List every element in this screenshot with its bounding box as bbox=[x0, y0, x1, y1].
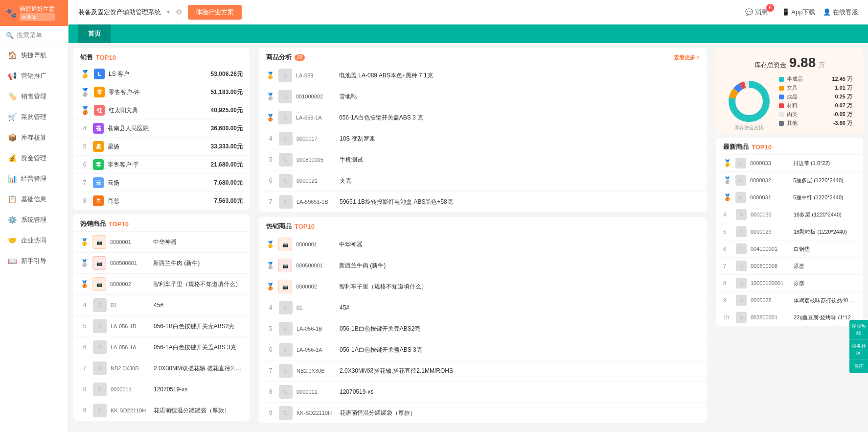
rank-number: 9 bbox=[80, 407, 89, 414]
sidebar-item-label: 企业协同 bbox=[21, 236, 46, 245]
hot-product-row: 🥈 📷 000500001 新西兰牛肉 (新牛) bbox=[259, 255, 707, 276]
tab-home[interactable]: 首页 bbox=[78, 24, 111, 43]
new-product-name: 18多层 (1220*2440) bbox=[794, 211, 856, 218]
legend-dot bbox=[779, 112, 784, 117]
recent-product-row: 7 G LA-59651-1B 59651-1B旋转投影灯电池盒 ABS黑色+5… bbox=[259, 191, 707, 212]
rank-number: 6 bbox=[723, 246, 732, 252]
medal-icon: 🥇 bbox=[266, 72, 274, 79]
new-product-name: 原垄 bbox=[794, 263, 856, 270]
new-products-title: 最新商品 TOP10 bbox=[716, 138, 863, 154]
product-code: 0000002 bbox=[296, 284, 335, 289]
right-panel: 库存总资金 9.88 万 bbox=[711, 43, 868, 432]
message-area[interactable]: 💬 消息 6 bbox=[745, 8, 774, 17]
product-placeholder: G bbox=[279, 301, 293, 314]
sidebar-item-finance[interactable]: 💰 资金管理 bbox=[0, 148, 68, 168]
hot-product-row: 7 G NB2.0X30B 2.0X30MM双搓花轴.搓花直径2.1MM/ROH… bbox=[259, 360, 707, 381]
sidebar-item-label: 资金管理 bbox=[21, 154, 46, 163]
chart-label: 库存资金占比 bbox=[734, 124, 764, 131]
sidebar-item-inventory[interactable]: 📦 库存核算 bbox=[0, 127, 68, 148]
app-download[interactable]: 📱 App下载 bbox=[782, 8, 815, 17]
sidebar-item-quick-nav[interactable]: 🏠 快捷导航 bbox=[0, 45, 68, 66]
recent-product-row: 🥇 G LA-089 电池盖 LA-089 ABS本色+黑种 7.1克 bbox=[259, 65, 707, 86]
recent-product-row: 🥈 G 001000002 雪地靴 bbox=[259, 86, 707, 107]
sidebar-item-label: 新手引导 bbox=[21, 257, 46, 265]
rank-avatar: 零 bbox=[93, 159, 104, 170]
customer-rank-row: 6 零 零售客户-于 21,680.00元 bbox=[73, 155, 250, 173]
trial-button[interactable]: 体验行业方案 bbox=[188, 5, 242, 20]
rank-name: 零售客户-于 bbox=[108, 161, 207, 169]
rank-name: 红太阳文具 bbox=[109, 106, 207, 115]
inventory-legend: 半成品 12.45 万 文具 1.01 万 成品 0.25 万 材料 0.07 … bbox=[779, 75, 852, 127]
sidebar-item-label: 经营管理 bbox=[21, 174, 46, 183]
float-buttons: 客服热线 服务社区 直连 bbox=[849, 320, 868, 373]
new-product-code: 0000031 bbox=[750, 194, 789, 200]
sidebar-item-label: 采购管理 bbox=[21, 113, 46, 121]
direct-btn[interactable]: 直连 bbox=[849, 360, 868, 373]
product-image: 📷 bbox=[278, 238, 292, 251]
product-code: LA-59651-1B bbox=[297, 199, 336, 205]
product-analysis-card: 商品分析 22 查看更多 > 🥇 G LA-089 电池盖 LA-089 ABS… bbox=[259, 48, 707, 212]
product-image: 📷 bbox=[278, 280, 292, 293]
sidebar-item-sales[interactable]: 🏷️ 销售管理 bbox=[0, 86, 68, 107]
rank-number: 6 bbox=[266, 346, 275, 353]
sidebar-item-marketing[interactable]: 📢 营销推广 bbox=[0, 66, 68, 86]
recent-product-row: 4 G 0000017 10S 变刮罗浆 bbox=[259, 128, 707, 149]
system-title: 装备及固定资产辅助管理系统 bbox=[78, 8, 161, 17]
sidebar: 🐾 畅捷通好生意 标准版 🔍 搜索菜单 🏠 快捷导航 📢 营销推广 🏷️ 销售管… bbox=[0, 0, 69, 432]
product-name: 056-1A白色按键开关盖ABS 3克 bbox=[154, 343, 243, 352]
search-menu[interactable]: 🔍 搜索菜单 bbox=[0, 26, 68, 45]
rank-avatar: 星 bbox=[93, 141, 104, 152]
settings-icon[interactable]: ⚙ bbox=[176, 8, 182, 17]
new-product-name: 封边带 (1.0*22) bbox=[793, 160, 856, 167]
sidebar-item-label: 快捷导航 bbox=[21, 51, 46, 60]
sidebar-item-operation[interactable]: 📊 经营管理 bbox=[0, 168, 68, 189]
hot-product-row: 6 G LA-056-1A 056-1A白色按键开关盖ABS 3克 bbox=[73, 336, 250, 358]
hot-products-top-label: TOP10 bbox=[109, 220, 129, 228]
hot-product-row: 9 G KK-SD22110H 花语萌恒温分罐罐袋（厚款） bbox=[259, 402, 707, 423]
product-code: LA-056-1A bbox=[296, 115, 335, 120]
donut-chart: 库存资金占比 bbox=[727, 79, 771, 123]
sidebar-item-label: 库存核算 bbox=[21, 133, 46, 142]
product-code: KK-SD22110H bbox=[297, 410, 336, 416]
rank-number: 5 bbox=[80, 143, 89, 150]
product-name: 电池盖 LA-089 ABS本色+黑种 7.1克 bbox=[339, 72, 700, 80]
inventory-amount: 9.88 bbox=[789, 55, 816, 71]
header-right: 💬 消息 6 📱 App下载 👤 在线客服 bbox=[745, 8, 858, 17]
content-area: 销售 TOP10 🥇 L LS 客户 53,006.26元 🥈 零 零售客户-许… bbox=[69, 43, 868, 432]
new-product-code: 004100001 bbox=[751, 246, 790, 252]
new-product-placeholder: G bbox=[736, 209, 747, 220]
sidebar-item-purchase[interactable]: 🛒 采购管理 bbox=[0, 107, 68, 127]
product-image: 📷 bbox=[92, 235, 106, 249]
sidebar-item-cooperation[interactable]: 🤝 企业协同 bbox=[0, 230, 68, 251]
service-community-btn[interactable]: 服务社区 bbox=[849, 340, 868, 360]
hot-product-row: 4 G 01 45# bbox=[259, 297, 707, 318]
sidebar-item-basic-info[interactable]: 📋 基础信息 bbox=[0, 189, 68, 210]
product-placeholder: G bbox=[279, 385, 293, 399]
legend-name: 文具 bbox=[787, 84, 832, 92]
product-name: 12070519-xs bbox=[154, 386, 243, 393]
hot-product-row: 🥉 📷 0000002 智利车子里（规格不知道填什么） bbox=[73, 273, 250, 294]
product-code: 000500001 bbox=[110, 260, 149, 266]
sidebar-item-guide[interactable]: 📖 新手引导 bbox=[0, 251, 68, 271]
rank-name: 云扬 bbox=[108, 179, 210, 187]
customer-top-label: TOP10 bbox=[96, 54, 116, 61]
online-service[interactable]: 👤 在线客服 bbox=[823, 8, 858, 17]
rank-avatar: L bbox=[94, 69, 105, 79]
product-placeholder: G bbox=[279, 343, 293, 357]
home-icon: 🏠 bbox=[8, 51, 17, 60]
new-product-placeholder: G bbox=[736, 312, 747, 323]
sidebar-item-system[interactable]: ⚙️ 系统管理 bbox=[0, 210, 68, 230]
legend-item: 文具 1.01 万 bbox=[779, 84, 852, 92]
customer-ranking-title: 销售 TOP10 bbox=[73, 48, 250, 65]
product-placeholder: G bbox=[279, 153, 293, 167]
medal-icon: 🥇 bbox=[723, 159, 731, 167]
hot-products-mid-list: 🥇 📷 0000001 中华神器 🥈 📷 000500001 新西兰牛肉 (新牛… bbox=[259, 234, 707, 423]
legend-value: -0.05 万 bbox=[833, 111, 852, 118]
legend-name: 半成品 bbox=[787, 75, 829, 83]
more-link[interactable]: 查看更多 > bbox=[674, 54, 700, 61]
new-product-name: 5厘多层 (1220*2440) bbox=[793, 177, 856, 184]
product-code: 0000002 bbox=[110, 281, 149, 287]
rank-name: 苍南县人民医院 bbox=[108, 124, 207, 133]
customer-service-btn[interactable]: 客服热线 bbox=[849, 320, 868, 340]
rank-value: 40,925.00元 bbox=[211, 106, 243, 115]
